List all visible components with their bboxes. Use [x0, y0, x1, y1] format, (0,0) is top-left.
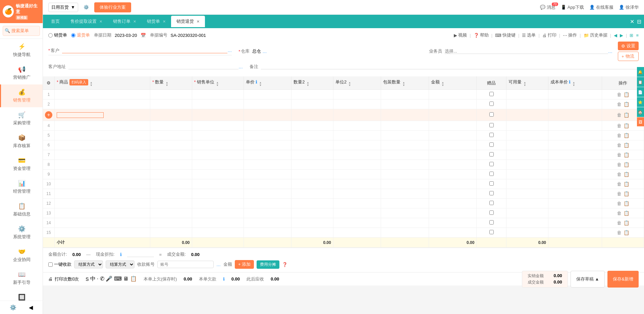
delete-row-5-btn[interactable]: 🗑 — [617, 133, 622, 138]
prev-record-btn[interactable]: ◀ — [614, 33, 617, 38]
sidebar-item-sales[interactable]: 💰 销售管理 — [0, 84, 43, 107]
radio-sale[interactable]: 销货单 — [48, 32, 67, 38]
settings-gear-button[interactable]: ⚙️ — [81, 3, 92, 11]
expenses-info-icon[interactable]: ❓ — [282, 262, 287, 267]
tab-close-sales-order[interactable]: ✕ — [133, 19, 136, 24]
sidebar-item-marketing[interactable]: 📢 营销推广 — [0, 62, 43, 84]
account-method-select[interactable]: 结算方式 — [74, 260, 103, 268]
qty-cell-1[interactable] — [150, 90, 192, 100]
copy-row-8-btn[interactable]: 📋 — [624, 162, 629, 167]
amount-cell-3[interactable] — [429, 109, 476, 121]
product-cell-2[interactable] — [55, 100, 150, 109]
address-input[interactable] — [68, 64, 238, 69]
gift-checkbox-5[interactable] — [489, 133, 494, 137]
expenses-split-btn[interactable]: 费用分摊 — [257, 260, 279, 269]
copy-row-15-btn[interactable]: 📋 — [624, 230, 629, 235]
sidebar-item-purchase[interactable]: 🛒 采购管理 — [0, 107, 43, 130]
radio-sale-input[interactable] — [48, 33, 53, 38]
sidebar-item-shortcut[interactable]: ⚡ 快捷导航 — [0, 39, 43, 62]
delete-row-15-btn[interactable]: 🗑 — [617, 230, 622, 235]
delete-row-7-btn[interactable]: 🗑 — [617, 152, 622, 158]
user-avatar[interactable]: 👤 徐泽华 — [619, 4, 639, 10]
price-cell-2[interactable] — [244, 100, 291, 109]
delete-row-3-btn[interactable]: 🗑 — [617, 112, 622, 118]
amount-sort[interactable]: ▲▼ — [441, 81, 444, 87]
salesperson-input[interactable] — [445, 49, 608, 54]
product-cell-1[interactable] — [55, 90, 150, 100]
unit-cell-3[interactable] — [192, 109, 244, 121]
qty2-cell-1[interactable] — [291, 90, 333, 100]
product-cell-3[interactable] — [55, 109, 150, 121]
industry-select[interactable]: 日用百货 ▼ — [48, 3, 78, 12]
video-btn[interactable]: ▶ 视频 — [454, 32, 467, 38]
calculate-method-select[interactable]: 结算方式 — [106, 260, 135, 268]
settings-icon[interactable]: ⚙️ — [10, 304, 16, 311]
operate-btn[interactable]: ⋯ 操作 — [563, 32, 577, 38]
gift-checkbox-6[interactable] — [489, 142, 494, 147]
gift-checkbox-11[interactable] — [489, 191, 494, 195]
avail-cell-2[interactable] — [506, 100, 548, 109]
history-btn[interactable]: 📁 历史单据 — [584, 32, 607, 38]
unit-cell-1[interactable] — [192, 90, 244, 100]
discount-input[interactable] — [127, 252, 154, 257]
add-row-btn[interactable]: + — [45, 111, 52, 119]
cost-cell-1[interactable] — [548, 90, 602, 100]
one-click-payment-checkbox[interactable]: 一键收款 — [48, 261, 71, 267]
tab-sales-delivery[interactable]: 销货单 ✕ — [142, 16, 171, 27]
copy-row-11-btn[interactable]: 📋 — [624, 191, 629, 196]
radio-return-input[interactable] — [71, 33, 75, 38]
gift-cell-1[interactable] — [477, 90, 506, 100]
price-cell-1[interactable] — [244, 90, 291, 100]
gift-checkbox-13[interactable] — [489, 210, 494, 215]
delete-row-13-btn[interactable]: 🗑 — [617, 210, 622, 216]
copy-row-12-btn[interactable]: 📋 — [624, 201, 629, 206]
copy-row-14-btn[interactable]: 📋 — [624, 220, 629, 226]
qty2-cell-2[interactable] — [291, 100, 333, 109]
tab-sales-order[interactable]: 销售订单 ✕ — [108, 16, 142, 27]
collapse-icon[interactable]: ◀ — [29, 304, 33, 311]
one-click-checkbox[interactable] — [48, 262, 53, 267]
tab-sales-return[interactable]: 销货退货 ✕ — [171, 16, 205, 27]
sidebar-item-finance[interactable]: 💳 资金管理 — [0, 153, 43, 176]
avail-cell-3[interactable] — [506, 109, 548, 121]
cost-sort[interactable]: ▲▼ — [573, 81, 575, 87]
delete-row-4-btn[interactable]: 🗑 — [617, 123, 622, 128]
gift-cell-3[interactable] — [477, 109, 506, 121]
sidebar-item-operation[interactable]: 📊 经营管理 — [0, 176, 43, 198]
unit-cell-2[interactable] — [192, 100, 244, 109]
scan-enter-btn[interactable]: 扫码录入 — [69, 79, 88, 85]
delete-row-10-btn[interactable]: 🗑 — [617, 181, 622, 187]
sidebar-item-basic[interactable]: 📋 基础信息 — [0, 198, 43, 221]
right-panel-btn-6[interactable]: 🖼 — [637, 117, 644, 126]
gift-checkbox-12[interactable] — [489, 201, 494, 205]
copy-row-6-btn[interactable]: 📋 — [624, 142, 629, 148]
right-panel-btn-5[interactable]: 🏠 — [637, 107, 644, 117]
delete-row-2-btn[interactable]: 🗑 — [617, 102, 622, 107]
logistics-btn[interactable]: + 物流 — [618, 52, 639, 61]
avail-cell-1[interactable] — [506, 90, 548, 100]
unit2-cell-3[interactable] — [333, 109, 381, 121]
gift-checkbox-1[interactable] — [489, 92, 494, 96]
gift-checkbox-14[interactable] — [489, 220, 494, 225]
right-panel-btn-2[interactable]: 📋 — [637, 77, 644, 87]
sidebar-item-appstore[interactable]: 🔲 应用中心 — [0, 290, 43, 301]
tab-close-price-setting[interactable]: ✕ — [99, 19, 102, 24]
delete-row-1-btn[interactable]: 🗑 — [617, 92, 622, 97]
print-btn[interactable]: 🖨 打印 — [542, 32, 556, 38]
close-tab-icon[interactable]: ✕ — [630, 18, 634, 25]
delete-row-6-btn[interactable]: 🗑 — [617, 142, 622, 148]
list-view-btn[interactable]: ≡ — [636, 33, 639, 38]
delete-row-14-btn[interactable]: 🗑 — [617, 220, 622, 226]
sidebar-item-system[interactable]: ⚙️ 系统管理 — [0, 221, 43, 244]
sidebar-item-enterprise[interactable]: 🤝 企业协同 — [0, 244, 43, 267]
grid-view-btn[interactable]: ⊞ — [630, 33, 633, 38]
experience-button[interactable]: 体验行业方案 — [94, 2, 131, 12]
message-button[interactable]: 💬 消息 70 — [540, 4, 555, 10]
tab-close-sales-return[interactable]: ✕ — [197, 19, 200, 24]
product-sort[interactable]: ▲▼ — [90, 81, 93, 87]
gift-checkbox-10[interactable] — [489, 181, 494, 186]
copy-row-9-btn[interactable]: 📋 — [624, 172, 629, 177]
amount-cell-2[interactable] — [429, 100, 476, 109]
delete-row-8-btn[interactable]: 🗑 — [617, 162, 622, 167]
gift-checkbox-8[interactable] — [489, 162, 494, 166]
